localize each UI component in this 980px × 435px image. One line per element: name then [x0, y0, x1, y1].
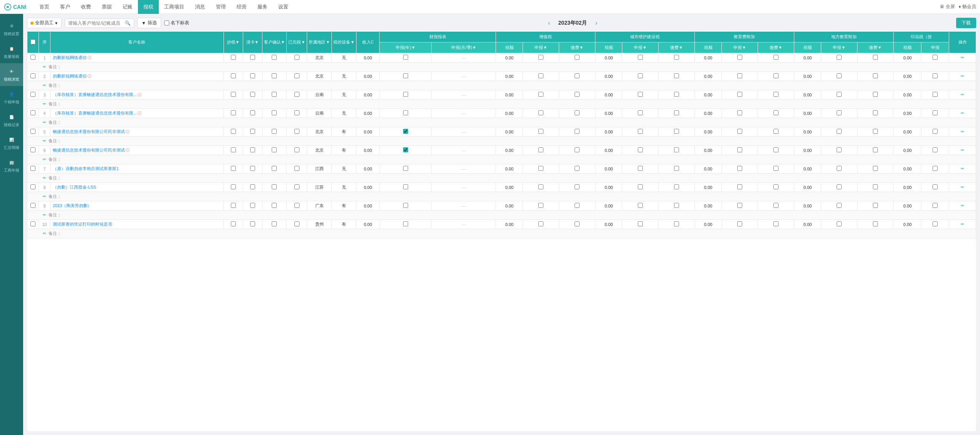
- caibao-year-cell[interactable]: [380, 127, 432, 137]
- cs-jiaof[interactable]: [659, 127, 695, 137]
- jy-shenb[interactable]: [722, 220, 758, 229]
- yiwanshu-cell[interactable]: [287, 201, 307, 211]
- cs-jiaof[interactable]: [659, 164, 695, 174]
- sidebar-item-baoshuishezhi[interactable]: ⚙ 报税设置: [0, 18, 23, 40]
- jy-jiaof[interactable]: [758, 72, 794, 81]
- qingka-cell[interactable]: [243, 201, 262, 211]
- jy-shenb[interactable]: [722, 72, 758, 81]
- df-jiaof[interactable]: [857, 220, 894, 229]
- row-checkbox-2[interactable]: [30, 73, 35, 78]
- jy-jiaof[interactable]: [758, 220, 794, 229]
- client-name[interactable]: 畅捷通信息技术股份有限公司民非测试ⓘ: [50, 127, 224, 137]
- df-jiaof[interactable]: [857, 201, 894, 211]
- yh-shenb[interactable]: [921, 220, 949, 229]
- chaoshui-cell[interactable]: [224, 90, 243, 99]
- zz-shenb[interactable]: [523, 146, 559, 155]
- nav-home[interactable]: 首页: [34, 0, 55, 14]
- remark-cell[interactable]: ✏ 备注：: [27, 192, 976, 201]
- jy-jiaof[interactable]: [758, 183, 794, 192]
- remark-cell[interactable]: ✏ 备注：: [27, 229, 976, 238]
- yh-shenb[interactable]: [921, 109, 949, 118]
- jy-shenb[interactable]: [722, 164, 758, 174]
- client-name[interactable]: （库存核算）直播畅捷通信息技术股份有限...ⓘ: [50, 90, 224, 99]
- caibao-year-cell[interactable]: [380, 220, 432, 229]
- row-checkbox-9[interactable]: [30, 203, 35, 208]
- caibao-year-cell[interactable]: [380, 53, 432, 62]
- cs-jiaof[interactable]: [659, 146, 695, 155]
- chaoshui-cell[interactable]: [224, 127, 243, 137]
- jy-jiaof[interactable]: [758, 53, 794, 62]
- row-select[interactable]: [27, 53, 39, 62]
- client-name[interactable]: 勿删新锐网络通信ⓘ: [50, 72, 224, 81]
- qingka-cell[interactable]: [243, 72, 262, 81]
- zz-shenb[interactable]: [523, 72, 559, 81]
- select-all-checkbox[interactable]: [30, 39, 35, 44]
- cs-jiaof[interactable]: [659, 220, 695, 229]
- remark-cell[interactable]: ✏ 备注：: [27, 99, 976, 109]
- search-input[interactable]: [68, 20, 123, 26]
- yiwanshu-cell[interactable]: [287, 183, 307, 192]
- yh-shenb[interactable]: [921, 146, 949, 155]
- df-jiaof[interactable]: [857, 109, 894, 118]
- zz-shenb[interactable]: [523, 220, 559, 229]
- client-name[interactable]: （原）误删勿改李艳芬测试斯赛斯1: [50, 164, 224, 174]
- yh-shenb[interactable]: [921, 127, 949, 137]
- df-jiaof[interactable]: [857, 53, 894, 62]
- remark-cell[interactable]: ✏ 备注：: [27, 62, 976, 72]
- yiwanshu-cell[interactable]: [287, 220, 307, 229]
- yiwanshu-cell[interactable]: [287, 109, 307, 118]
- cs-jiaof[interactable]: [659, 90, 695, 99]
- cs-shenb[interactable]: [622, 146, 659, 155]
- zz-jiaof[interactable]: [559, 183, 595, 192]
- jy-jiaof[interactable]: [758, 164, 794, 174]
- zz-jiaof[interactable]: [559, 109, 595, 118]
- yiwanshu-cell[interactable]: [287, 127, 307, 137]
- nav-business[interactable]: 工商项目: [159, 0, 190, 14]
- jy-shenb[interactable]: [722, 146, 758, 155]
- row-select[interactable]: [27, 127, 39, 137]
- sidebar-item-baoshuijinglan[interactable]: 👁 报税浏览: [0, 63, 23, 86]
- yh-shenb[interactable]: [921, 183, 949, 192]
- client-name[interactable]: 勿删新锐网络通信ⓘ: [50, 53, 224, 62]
- row-select[interactable]: [27, 220, 39, 229]
- df-shenb[interactable]: [821, 127, 857, 137]
- qingka-cell[interactable]: [243, 183, 262, 192]
- edit-icon[interactable]: ✏: [961, 129, 964, 134]
- cs-shenb[interactable]: [622, 109, 659, 118]
- caibao-year-cell[interactable]: [380, 109, 432, 118]
- jy-shenb[interactable]: [722, 183, 758, 192]
- remark-cell[interactable]: ✏ 备注：: [27, 81, 976, 90]
- cs-shenb[interactable]: [622, 220, 659, 229]
- row-select[interactable]: [27, 90, 39, 99]
- edit-cell[interactable]: ✏: [949, 220, 976, 229]
- caibao-year-cell[interactable]: [380, 90, 432, 99]
- chaoshui-cell[interactable]: [224, 72, 243, 81]
- sidebar-item-gongshangnianb[interactable]: 🏢 工商年报: [0, 154, 23, 177]
- jy-shenb[interactable]: [722, 90, 758, 99]
- edit-cell[interactable]: ✏: [949, 90, 976, 99]
- row-checkbox-3[interactable]: [30, 92, 35, 97]
- cs-shenb[interactable]: [622, 53, 659, 62]
- remark-cell[interactable]: ✏ 备注：: [27, 174, 976, 183]
- edit-icon[interactable]: ✏: [961, 222, 964, 226]
- nav-settings[interactable]: 设置: [273, 0, 294, 14]
- df-shenb[interactable]: [821, 146, 857, 155]
- df-shenb[interactable]: [821, 164, 857, 174]
- caibao-year-cell[interactable]: [380, 146, 432, 155]
- row-select[interactable]: [27, 183, 39, 192]
- search-box[interactable]: 🔍: [65, 19, 134, 28]
- qingka-cell[interactable]: [243, 220, 262, 229]
- remark-cell[interactable]: ✏ 备注：: [27, 155, 976, 164]
- cs-shenb[interactable]: [622, 72, 659, 81]
- nav-message[interactable]: 消息: [190, 0, 210, 14]
- df-shenb[interactable]: [821, 183, 857, 192]
- df-jiaof[interactable]: [857, 127, 894, 137]
- yiwanshu-cell[interactable]: [287, 72, 307, 81]
- chaoshui-cell[interactable]: [224, 109, 243, 118]
- chaoshui-cell[interactable]: [224, 53, 243, 62]
- cs-shenb[interactable]: [622, 90, 659, 99]
- yiwanshu-cell[interactable]: [287, 90, 307, 99]
- nav-fee[interactable]: 收费: [76, 0, 96, 14]
- qingka-cell[interactable]: [243, 127, 262, 137]
- kehuqueren-cell[interactable]: [262, 164, 287, 174]
